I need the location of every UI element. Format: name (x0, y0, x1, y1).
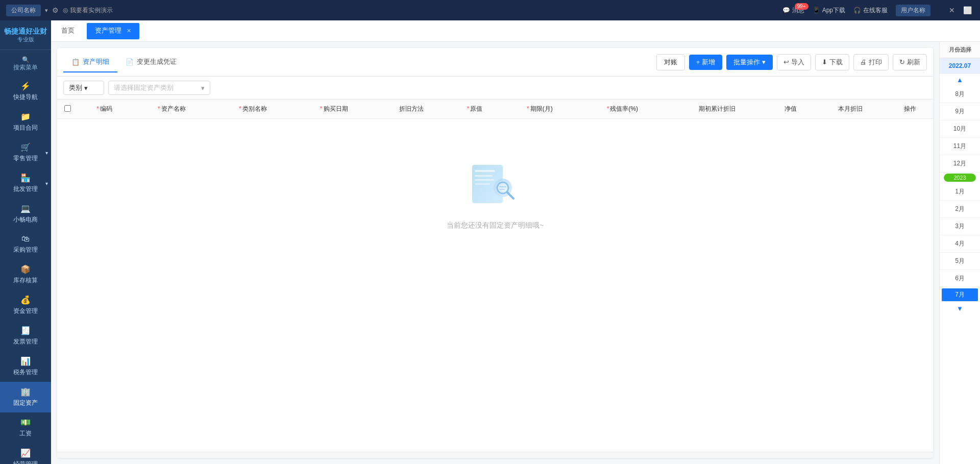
refresh-icon: ↻ (899, 58, 905, 66)
empty-illustration (464, 160, 526, 211)
sidebar-item-tax[interactable]: 📊 税务管理 (0, 351, 51, 382)
tab-close-icon[interactable]: ✕ (127, 28, 131, 34)
col-name: *资产名称 (131, 100, 212, 119)
col-net-value: 净值 (768, 100, 814, 119)
batch-button[interactable]: 批量操作 ▾ (726, 55, 773, 70)
sidebar-search[interactable]: 🔍 搜索菜单 (0, 52, 51, 76)
settings-icon[interactable]: ⚙ (52, 6, 59, 14)
sidebar-item-fixed-asset[interactable]: 🏢 固定资产 (0, 382, 51, 412)
month-up-button[interactable]: ▲ (940, 74, 980, 86)
print-button[interactable]: 🖨 打印 (853, 54, 889, 70)
app-icon: 📱 (813, 7, 820, 14)
col-category: *类别名称 (212, 100, 293, 119)
service-icon: 🎧 (853, 7, 861, 14)
add-button[interactable]: + 新增 (689, 55, 722, 70)
col-residual-rate: *残值率(%) (578, 100, 667, 119)
top-bar: 公司名称 ▾ ⚙ ◎ 我要看实例演示 💬 消息 99+ 📱 App下载 🎧 在线… (0, 0, 980, 20)
company-dropdown[interactable]: ▾ (45, 7, 48, 14)
sidebar-item-purchase[interactable]: 🛍 采购管理 (0, 229, 51, 259)
detail-tab-icon: 📋 (71, 58, 80, 66)
tab-home[interactable]: 首页 (51, 21, 85, 41)
month-item-5[interactable]: 5月 (940, 253, 980, 270)
table-header-row: *编码 *资产名称 *类别名称 *购买日期 折旧方法 *原值 *期限(月) *残… (57, 100, 933, 119)
month-panel-title: 月份选择 (940, 42, 980, 58)
operations-icon: 📈 (20, 448, 31, 458)
company-name: 公司名称 (6, 5, 41, 16)
demo-link[interactable]: ◎ 我要看实例演示 (63, 6, 113, 15)
svg-rect-4 (475, 183, 490, 185)
sidebar-item-project[interactable]: 📁 项目合同 (0, 107, 51, 137)
month-item-6[interactable]: 6月 (940, 270, 980, 287)
month-down-button[interactable]: ▼ (940, 303, 980, 314)
col-period: *期限(月) (501, 100, 578, 119)
message-badge: 99+ (795, 3, 808, 10)
month-item-4[interactable]: 4月 (940, 235, 980, 253)
category-type-dropdown-icon: ▾ (84, 84, 88, 92)
sub-tab-voucher[interactable]: 📄 变更生成凭证 (117, 52, 185, 72)
month-item-7-current[interactable]: 7月 (942, 288, 978, 302)
month-item-9[interactable]: 9月 (940, 103, 980, 120)
import-button[interactable]: ↩ 导入 (777, 54, 811, 70)
month-item-11[interactable]: 11月 (940, 138, 980, 155)
col-monthly-depreciation: 本月折旧 (814, 100, 887, 119)
month-item-12[interactable]: 12月 (940, 155, 980, 173)
close-window-button[interactable]: ✕ (947, 6, 957, 14)
month-item-1[interactable]: 1月 (940, 183, 980, 201)
select-all-checkbox[interactable] (64, 105, 71, 112)
category-search-input[interactable]: 请选择固定资产类别 ▾ (108, 81, 210, 95)
current-year-month[interactable]: 2022.07 (940, 58, 980, 74)
month-item-3[interactable]: 3月 (940, 218, 980, 235)
panel-inner: 📋 资产明细 📄 变更生成凭证 对账 + 新增 (57, 48, 933, 458)
refresh-button[interactable]: ↻ 刷新 (893, 54, 927, 70)
filter-bar: 类别 ▾ 请选择固定资产类别 ▾ (57, 77, 933, 100)
category-type-select[interactable]: 类别 ▾ (63, 81, 104, 95)
brand-name: 畅捷通好业财 (4, 27, 47, 36)
sidebar-item-wholesale[interactable]: 🏪 批发管理 ▾ (0, 168, 51, 199)
tax-icon: 📊 (20, 356, 31, 366)
month-item-2[interactable]: 2月 (940, 201, 980, 218)
month-item-10[interactable]: 10月 (940, 120, 980, 138)
sidebar-item-fund[interactable]: 💰 资金管理 (0, 290, 51, 321)
project-icon: 📁 (20, 112, 31, 121)
content-area: 首页 资产管理 ✕ 📋 资产明细 (51, 20, 980, 464)
asset-table: *编码 *资产名称 *类别名称 *购买日期 折旧方法 *原值 *期限(月) *残… (57, 100, 933, 119)
voucher-tab-icon: 📄 (126, 58, 134, 66)
main-layout: 畅捷通好业财 专业版 🔍 搜索菜单 ⚡ 快捷导航 📁 项目合同 🛒 零售管理 ▾… (0, 20, 980, 464)
print-icon: 🖨 (860, 58, 867, 66)
sidebar-item-salary[interactable]: 💵 工资 (0, 412, 51, 443)
app-download-button[interactable]: 📱 App下载 (813, 6, 845, 15)
top-bar-right: 💬 消息 99+ 📱 App下载 🎧 在线客服 用户名称 ✕ ⬜ (782, 5, 974, 16)
sub-tab-detail[interactable]: 📋 资产明细 (63, 52, 117, 72)
svg-rect-2 (475, 175, 493, 177)
service-button[interactable]: 🎧 在线客服 (853, 6, 888, 15)
empty-text: 当前您还没有固定资产明细哦~ (447, 221, 544, 230)
table-wrapper: *编码 *资产名称 *类别名称 *购买日期 折旧方法 *原值 *期限(月) *残… (57, 100, 933, 452)
sidebar-brand: 畅捷通好业财 专业版 (0, 20, 51, 50)
month-item-8[interactable]: 8月 (940, 86, 980, 103)
message-button[interactable]: 💬 消息 99+ (782, 6, 804, 15)
svg-line-8 (507, 192, 513, 199)
purchase-icon: 🛍 (21, 234, 30, 243)
sidebar-item-operations[interactable]: 📈 经营管理 (0, 443, 51, 464)
col-accumulated: 期初累计折旧 (667, 100, 768, 119)
download-button[interactable]: ⬇ 下载 (815, 54, 849, 70)
wholesale-arrow: ▾ (45, 181, 48, 186)
maximize-window-button[interactable]: ⬜ (961, 6, 974, 14)
bottom-scrollbar[interactable] (57, 452, 933, 458)
sidebar-item-inventory[interactable]: 📦 库存核算 (0, 259, 51, 290)
select-all-checkbox-cell[interactable] (57, 100, 78, 119)
tab-bar: 首页 资产管理 ✕ (51, 20, 980, 42)
sidebar-item-retail[interactable]: 🛒 零售管理 ▾ (0, 137, 51, 168)
svg-rect-1 (475, 170, 495, 172)
sidebar-item-quicknav[interactable]: ⚡ 快捷导航 (0, 76, 51, 107)
reconcile-button[interactable]: 对账 (656, 54, 685, 70)
empty-state: 当前您还没有固定资产明细哦~ (57, 119, 933, 271)
sidebar-item-ecommerce[interactable]: 💻 小畅电商 (0, 199, 51, 229)
user-menu[interactable]: 用户名称 (896, 5, 930, 16)
tab-asset-management[interactable]: 资产管理 ✕ (87, 23, 139, 39)
inventory-icon: 📦 (20, 264, 31, 274)
download-icon: ⬇ (822, 58, 827, 66)
invoice-icon: 🧾 (20, 326, 31, 335)
sidebar-item-invoice[interactable]: 🧾 发票管理 (0, 321, 51, 351)
svg-rect-3 (475, 179, 494, 181)
